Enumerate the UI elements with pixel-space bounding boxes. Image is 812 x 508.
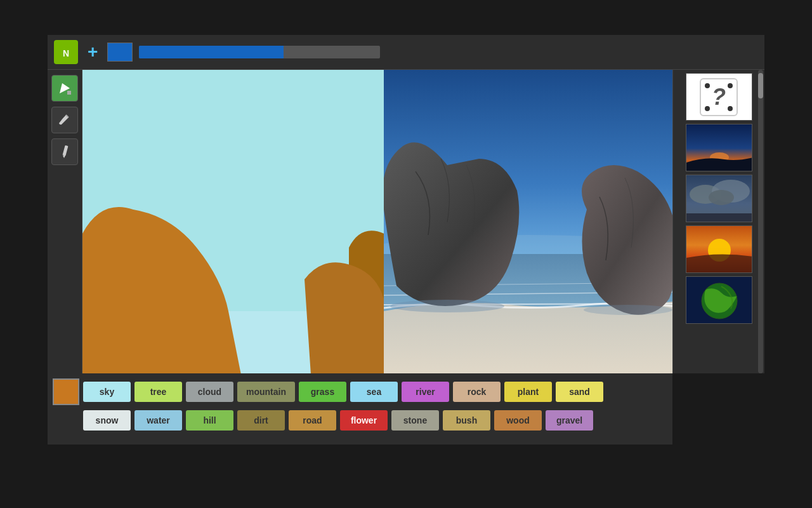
label-btn-mountain[interactable]: mountain [237, 382, 295, 402]
svg-marker-6 [63, 156, 65, 158]
label-btn-grass[interactable]: grass [299, 382, 346, 402]
toolbar: N + [48, 35, 764, 70]
svg-rect-5 [63, 145, 69, 156]
svg-point-25 [709, 190, 734, 205]
label-btn-rock[interactable]: rock [453, 382, 501, 402]
svg-text:N: N [63, 48, 69, 58]
bottom-label-bar: sky tree cloud mountain grass sea river … [48, 373, 672, 444]
thumbnail-sunset[interactable] [686, 124, 752, 171]
generated-image-area [384, 70, 672, 373]
label-btn-stone[interactable]: stone [391, 410, 439, 431]
label-btn-water[interactable]: water [134, 410, 182, 431]
label-btn-sand[interactable]: sand [556, 382, 603, 402]
pencil-tool-button[interactable] [51, 138, 78, 165]
outer-window: N + [0, 0, 812, 508]
thumbnail-earth[interactable] [686, 276, 752, 324]
progress-bar-container [139, 46, 380, 58]
label-btn-tree[interactable]: tree [134, 382, 182, 402]
label-btn-river[interactable]: river [402, 382, 449, 402]
label-btn-cloud[interactable]: cloud [186, 382, 233, 402]
dice-thumbnail[interactable]: ? [686, 73, 752, 121]
label-btn-bush[interactable]: bush [443, 410, 490, 431]
svg-point-17 [390, 300, 504, 312]
label-btn-plant[interactable]: plant [504, 382, 552, 402]
label-row-2: snow water hill dirt road flower stone b… [83, 410, 667, 431]
label-btn-hill[interactable]: hill [186, 410, 233, 431]
label-btn-sea[interactable]: sea [350, 382, 398, 402]
color-swatch[interactable] [107, 43, 133, 62]
fill-tool-button[interactable] [51, 75, 78, 102]
svg-point-18 [584, 305, 672, 315]
left-tool-panel [48, 70, 82, 375]
right-thumbnail-panel: ? [672, 70, 764, 373]
label-btn-flower[interactable]: flower [340, 410, 388, 431]
label-btn-dirt[interactable]: dirt [237, 410, 285, 431]
thumbnail-sunset2[interactable] [686, 225, 752, 273]
svg-rect-26 [686, 213, 752, 222]
label-btn-road[interactable]: road [289, 410, 336, 431]
svg-rect-3 [67, 91, 71, 95]
nvidia-logo[interactable]: N [54, 40, 78, 64]
brush-tool-button[interactable] [51, 107, 78, 133]
new-button[interactable]: + [84, 42, 101, 62]
drawing-canvas-area[interactable] [82, 70, 384, 373]
label-btn-wood[interactable]: wood [494, 410, 542, 431]
selected-color-indicator [53, 378, 79, 405]
label-btn-snow[interactable]: snow [83, 410, 131, 431]
label-row-1: sky tree cloud mountain grass sea river … [53, 378, 667, 405]
label-btn-gravel[interactable]: gravel [546, 410, 593, 431]
progress-bar-fill [139, 46, 284, 58]
label-btn-sky[interactable]: sky [83, 382, 131, 402]
thumbnail-clouds[interactable] [686, 175, 752, 222]
